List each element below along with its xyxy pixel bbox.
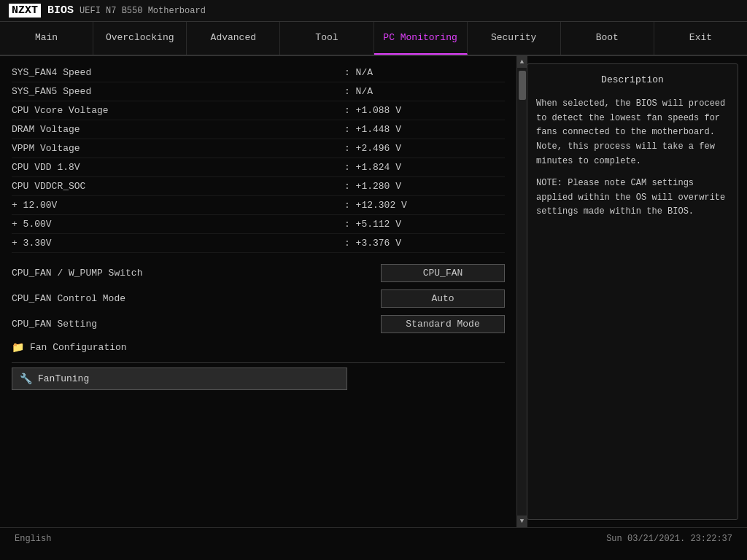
table-row: VPPM Voltage : +2.496 V — [12, 139, 505, 158]
fan-config-icon: 📁 — [12, 341, 24, 354]
nav-item-tool[interactable]: Tool — [280, 22, 374, 55]
divider — [12, 362, 505, 363]
table-row: CPU VDDCR_SOC : +1.280 V — [12, 177, 505, 196]
row-label: + 5.00V — [12, 219, 344, 230]
navigation: MainOverclockingAdvancedToolPC Monitorin… — [0, 22, 747, 56]
table-row: DRAM Voltage : +1.448 V — [12, 120, 505, 139]
nav-item-security[interactable]: Security — [468, 22, 561, 55]
bios-button[interactable]: Auto — [381, 289, 505, 308]
table-row: SYS_FAN4 Speed : N/A — [12, 63, 505, 82]
row-label: + 3.30V — [12, 238, 344, 249]
bios-header: NZXT BIOS UEFI N7 B550 Motherboard — [0, 0, 747, 22]
nav-item-main[interactable]: Main — [0, 22, 93, 55]
row-value: : +1.824 V — [344, 162, 505, 173]
table-row: CPU Vcore Voltage : +1.088 V — [12, 101, 505, 120]
nav-item-pc-monitoring[interactable]: PC Monitoring — [374, 22, 468, 55]
table-row: CPU VDD 1.8V : +1.824 V — [12, 158, 505, 177]
description-paragraph: NOTE: Please note CAM settings applied w… — [536, 176, 729, 219]
bios-button[interactable]: Standard Mode — [381, 315, 505, 333]
footer: English Sun 03/21/2021. 23:22:37 — [0, 527, 747, 549]
description-content: When selected, the BIOS will proceed to … — [536, 97, 729, 219]
row-label: CPU VDD 1.8V — [12, 162, 344, 173]
row-label: CPU VDDCR_SOC — [12, 181, 344, 192]
table-row: SYS_FAN5 Speed : N/A — [12, 82, 505, 101]
btn-label: CPU_FAN / W_PUMP Switch — [12, 268, 381, 279]
content-area: SYS_FAN4 Speed : N/A SYS_FAN5 Speed : N/… — [0, 56, 516, 527]
description-paragraph: When selected, the BIOS will proceed to … — [536, 97, 729, 169]
row-value: : +1.448 V — [344, 124, 505, 135]
logo: NZXT BIOS — [9, 4, 74, 17]
description-panel: Description When selected, the BIOS will… — [527, 63, 738, 520]
nav-item-exit[interactable]: Exit — [654, 22, 747, 55]
fan-config-label: Fan Configuration — [30, 342, 127, 353]
bios-button[interactable]: CPU_FAN — [381, 264, 505, 282]
table-row: + 12.00V : +12.302 V — [12, 196, 505, 215]
scrollbar[interactable]: ▲ ▼ — [516, 56, 527, 527]
nav-item-overclocking[interactable]: Overclocking — [93, 22, 187, 55]
row-label: SYS_FAN5 Speed — [12, 86, 344, 97]
fan-tuning-icon: 🔧 — [20, 373, 32, 385]
logo-nzxt: NZXT — [9, 4, 41, 18]
row-label: SYS_FAN4 Speed — [12, 67, 344, 78]
table-row: + 5.00V : +5.112 V — [12, 215, 505, 234]
row-value: : +12.302 V — [344, 200, 505, 211]
fan-tuning-label: FanTuning — [38, 373, 89, 384]
button-row: CPU_FAN / W_PUMP Switch CPU_FAN — [12, 260, 505, 286]
row-label: CPU Vcore Voltage — [12, 105, 344, 116]
footer-datetime: Sun 03/21/2021. 23:22:37 — [606, 534, 732, 544]
scroll-down-arrow[interactable]: ▼ — [517, 516, 527, 527]
description-title: Description — [536, 73, 729, 88]
row-value: : +1.280 V — [344, 181, 505, 192]
row-label: VPPM Voltage — [12, 143, 344, 154]
button-row: CPU_FAN Control Mode Auto — [12, 286, 505, 311]
board-info: UEFI N7 B550 Motherboard — [80, 6, 206, 16]
table-row: + 3.30V : +3.376 V — [12, 234, 505, 253]
data-rows: SYS_FAN4 Speed : N/A SYS_FAN5 Speed : N/… — [12, 63, 505, 253]
scroll-thumb[interactable] — [519, 71, 526, 100]
row-value: : +3.376 V — [344, 238, 505, 249]
fan-tuning-item[interactable]: 🔧 FanTuning — [12, 368, 347, 390]
btn-label: CPU_FAN Setting — [12, 319, 381, 330]
nav-item-boot[interactable]: Boot — [561, 22, 654, 55]
scroll-up-arrow[interactable]: ▲ — [517, 56, 527, 68]
nav-item-advanced[interactable]: Advanced — [187, 22, 280, 55]
row-label: DRAM Voltage — [12, 124, 344, 135]
row-label: + 12.00V — [12, 200, 344, 211]
button-row: CPU_FAN Setting Standard Mode — [12, 311, 505, 337]
row-value: : +2.496 V — [344, 143, 505, 154]
row-value: : N/A — [344, 86, 505, 97]
footer-language: English — [15, 534, 51, 544]
fan-configuration-item[interactable]: 📁 Fan Configuration — [12, 337, 505, 358]
btn-label: CPU_FAN Control Mode — [12, 293, 381, 304]
main-area: SYS_FAN4 Speed : N/A SYS_FAN5 Speed : N/… — [0, 56, 747, 527]
row-value: : +1.088 V — [344, 105, 505, 116]
row-value: : N/A — [344, 67, 505, 78]
row-value: : +5.112 V — [344, 219, 505, 230]
button-rows: CPU_FAN / W_PUMP Switch CPU_FAN CPU_FAN … — [12, 260, 505, 337]
logo-bios: BIOS — [47, 4, 74, 17]
